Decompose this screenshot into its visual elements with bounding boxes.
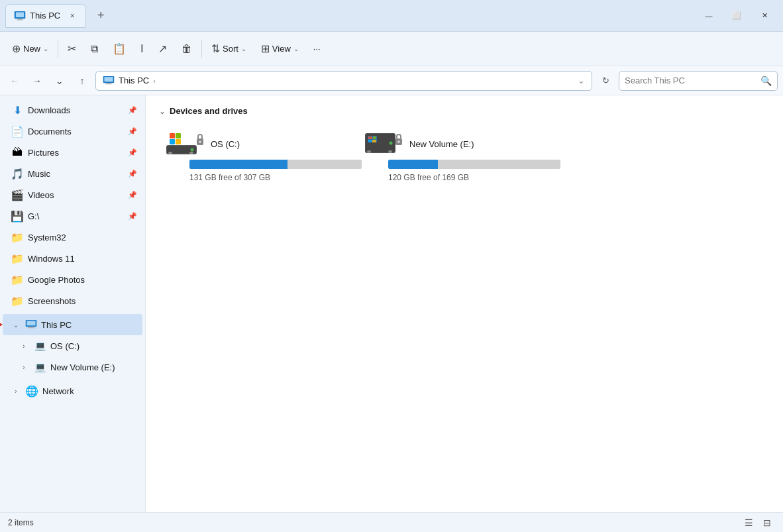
thispc-monitor-icon [25,320,37,329]
drive-e-name: New Volume (E:) [409,139,474,149]
window-controls: — ⬜ ✕ [696,5,778,27]
sidebar-item-network[interactable]: › 🌐 Network [3,380,142,401]
googlephotos-icon: 📁 [11,274,24,286]
network-icon: 🌐 [25,385,38,398]
pictures-pin-icon: 📌 [128,148,137,157]
newvol-icon: 💻 [33,362,46,372]
view-button[interactable]: ⊞ View ⌄ [254,37,305,61]
sidebar-item-thispc[interactable]: ⌄ This PC [3,314,142,335]
svg-point-24 [199,141,201,143]
main-area: ⬇ Downloads 📌 📄 Documents 📌 🏔 Pictures 📌… [0,95,783,512]
osc-expand-icon[interactable]: › [19,341,29,351]
sidebar-item-googlephotos[interactable]: 📁 Google Photos [3,269,142,290]
gdrive-label: G:\ [28,211,124,221]
drive-e-item[interactable]: New Volume (E:) 120 GB free of 169 GB [358,125,543,189]
forward-button[interactable]: → [28,72,46,90]
osc-icon: 💻 [33,341,46,351]
paste-icon: 📋 [113,42,126,55]
sidebar-item-downloads[interactable]: ⬇ Downloads 📌 [3,99,142,121]
rename-icon: Ⅰ [140,42,144,55]
network-expand-icon[interactable]: › [11,386,21,396]
monitor-tab-icon [14,11,26,21]
status-bar: 2 items ☰ ⊟ [0,512,783,532]
up-button[interactable]: ↑ [73,72,91,90]
content-area: ⌄ Devices and drives [146,95,783,512]
address-chevron: › [153,77,156,85]
address-bar[interactable]: This PC › ⌄ [95,71,592,91]
drive-e-lock-icon [393,133,404,146]
sidebar-item-newvol[interactable]: › 💻 New Volume (E:) [3,356,142,378]
new-button[interactable]: ⊕ New ⌄ [5,37,55,61]
googlephotos-label: Google Photos [28,275,137,285]
gdrive-pin-icon: 📌 [128,212,137,221]
paste-button[interactable]: 📋 [106,37,132,61]
sidebar-item-screenshots[interactable]: 📁 Screenshots [3,290,142,311]
rename-button[interactable]: Ⅰ [134,37,150,61]
cut-button[interactable]: ✂ [61,37,83,61]
sidebar-item-windows11[interactable]: 📁 Windows 11 [3,248,142,269]
address-monitor-icon [103,76,115,85]
svg-point-27 [390,142,393,145]
thispc-expand-icon[interactable]: ⌄ [11,319,21,330]
newvol-expand-icon[interactable]: › [19,362,29,372]
search-input[interactable] [625,76,758,85]
list-view-button[interactable]: ☰ [741,515,757,531]
recent-locations-button[interactable]: ⌄ [50,72,69,90]
svg-rect-33 [368,140,372,142]
back-button[interactable]: ← [5,72,24,90]
view-toggle-buttons: ☰ ⊟ [741,515,775,531]
system32-icon: 📁 [11,231,24,244]
share-button[interactable]: ↗ [152,37,174,61]
svg-rect-3 [17,19,23,20]
minimize-button[interactable]: — [696,5,722,27]
more-button[interactable]: ··· [307,37,327,61]
svg-rect-29 [388,150,392,153]
tab-close-button[interactable]: × [67,11,78,21]
drive-c-bar-fill [189,160,287,169]
sort-chevron: ⌄ [241,45,246,52]
svg-rect-21 [168,152,172,154]
section-toggle-button[interactable]: ⌄ [159,107,166,116]
maximize-button[interactable]: ⬜ [723,5,750,27]
search-icon: 🔍 [760,76,772,86]
sidebar: ⬇ Downloads 📌 📄 Documents 📌 🏔 Pictures 📌… [0,95,146,512]
sort-button[interactable]: ⇅ Sort ⌄ [205,37,253,61]
screenshots-icon: 📁 [11,295,24,307]
title-bar: This PC × + — ⬜ ✕ [0,0,783,32]
section-header: ⌄ Devices and drives [159,106,770,116]
sidebar-item-system32[interactable]: 📁 System32 [3,227,142,248]
windows11-label: Windows 11 [28,254,137,264]
osc-label: OS (C:) [50,341,137,351]
items-count: 2 items [8,518,34,527]
address-dropdown-button[interactable]: ⌄ [578,76,585,85]
drive-c-info: 131 GB free of 307 GB [189,173,338,182]
active-tab[interactable]: This PC × [5,4,86,28]
gdrive-icon: 💾 [11,210,24,223]
svg-point-20 [191,148,194,152]
drive-c-icon-container [166,132,205,156]
copy-button[interactable]: ⧉ [84,37,105,61]
grid-view-button[interactable]: ⊟ [759,515,775,531]
sidebar-item-osc[interactable]: › 💻 OS (C:) [3,335,142,356]
drive-c-item[interactable]: OS (C:) 131 GB free of 307 GB [159,125,344,189]
svg-rect-28 [367,150,371,153]
sidebar-item-pictures[interactable]: 🏔 Pictures 📌 [3,142,142,163]
thispc-label: This PC [41,320,137,330]
documents-icon: 📄 [11,125,24,138]
address-crumb: This PC [119,76,149,85]
search-box[interactable]: 🔍 [619,71,778,91]
new-tab-button[interactable]: + [91,7,110,25]
sidebar-item-documents[interactable]: 📄 Documents 📌 [3,121,142,142]
downloads-icon: ⬇ [11,104,24,117]
drive-c-header: OS (C:) [166,132,338,156]
documents-label: Documents [28,127,124,136]
section-title: Devices and drives [170,106,248,116]
delete-button[interactable]: 🗑 [175,37,199,61]
svg-rect-2 [18,19,22,20]
drive-e-bar-container [388,160,560,169]
sidebar-item-videos[interactable]: 🎬 Videos 📌 [3,184,142,205]
sidebar-item-music[interactable]: 🎵 Music 📌 [3,163,142,184]
refresh-button[interactable]: ↻ [596,72,615,90]
close-button[interactable]: ✕ [751,5,778,27]
sidebar-item-gdrive[interactable]: 💾 G:\ 📌 [3,205,142,227]
